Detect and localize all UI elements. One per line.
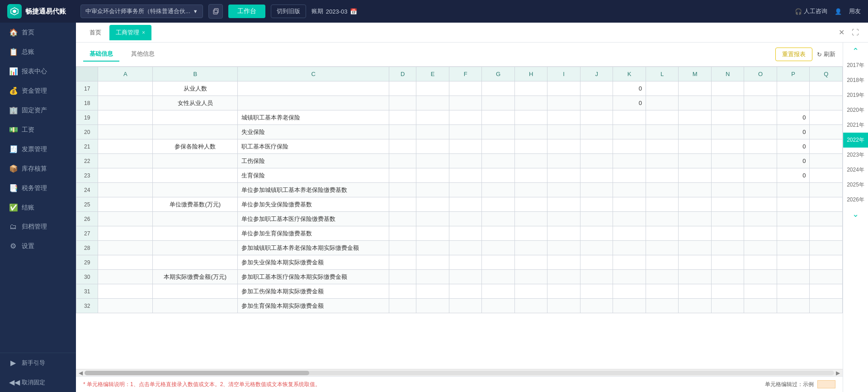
cell-31-k[interactable] bbox=[613, 284, 646, 299]
cell-21-g[interactable] bbox=[482, 139, 515, 154]
cell-32-n[interactable] bbox=[711, 299, 744, 313]
cell-17-q[interactable] bbox=[810, 81, 843, 96]
cell-17-i[interactable] bbox=[547, 81, 580, 96]
cell-22-q[interactable] bbox=[810, 154, 843, 168]
cell-18-a[interactable] bbox=[98, 96, 153, 110]
cell-28-o[interactable] bbox=[744, 241, 777, 255]
cell-18-n[interactable] bbox=[711, 96, 744, 110]
cell-18-c[interactable] bbox=[238, 96, 389, 110]
tab-close-icon[interactable]: × bbox=[142, 29, 145, 36]
cell-26-f[interactable] bbox=[449, 212, 482, 226]
cell-30-l[interactable] bbox=[646, 270, 679, 284]
cell-21-n[interactable] bbox=[711, 139, 744, 154]
cell-17-c[interactable] bbox=[238, 81, 389, 96]
cell-29-n[interactable] bbox=[711, 255, 744, 270]
cell-29-d[interactable] bbox=[389, 255, 416, 270]
cell-29-o[interactable] bbox=[744, 255, 777, 270]
cell-20-h[interactable] bbox=[514, 125, 547, 139]
cell-26-p[interactable] bbox=[777, 212, 810, 226]
cell-25-c[interactable]: 单位参加失业保险缴费基数 bbox=[238, 197, 389, 212]
cell-18-o[interactable] bbox=[744, 96, 777, 110]
cell-19-i[interactable] bbox=[547, 110, 580, 125]
tab-home[interactable]: 首页 bbox=[83, 25, 108, 40]
cell-29-b[interactable] bbox=[153, 255, 238, 270]
year-nav-up[interactable]: ⌃ bbox=[850, 44, 861, 58]
cell-26-m[interactable] bbox=[679, 212, 712, 226]
cell-31-j[interactable] bbox=[580, 284, 613, 299]
cell-29-g[interactable] bbox=[482, 255, 515, 270]
cell-30-p[interactable] bbox=[777, 270, 810, 284]
cell-23-h[interactable] bbox=[514, 168, 547, 183]
cell-28-h[interactable] bbox=[514, 241, 547, 255]
cell-25-e[interactable] bbox=[416, 197, 449, 212]
cell-24-b[interactable] bbox=[153, 183, 238, 197]
cell-19-f[interactable] bbox=[449, 110, 482, 125]
tab-business-admin[interactable]: 工商管理 × bbox=[109, 25, 151, 40]
cell-17-a[interactable] bbox=[98, 81, 153, 96]
cell-23-l[interactable] bbox=[646, 168, 679, 183]
cell-24-i[interactable] bbox=[547, 183, 580, 197]
cell-26-o[interactable] bbox=[744, 212, 777, 226]
cell-20-f[interactable] bbox=[449, 125, 482, 139]
cell-21-o[interactable] bbox=[744, 139, 777, 154]
cell-28-i[interactable] bbox=[547, 241, 580, 255]
cell-27-e[interactable] bbox=[416, 226, 449, 241]
cell-17-o[interactable] bbox=[744, 81, 777, 96]
cell-19-e[interactable] bbox=[416, 110, 449, 125]
cell-26-c[interactable]: 单位参加职工基本医疗保险缴费基数 bbox=[238, 212, 389, 226]
cell-28-m[interactable] bbox=[679, 241, 712, 255]
cell-23-b[interactable] bbox=[153, 168, 238, 183]
year-item-2018[interactable]: 2018年 bbox=[843, 73, 868, 88]
cell-24-d[interactable] bbox=[389, 183, 416, 197]
cell-23-i[interactable] bbox=[547, 168, 580, 183]
cell-27-f[interactable] bbox=[449, 226, 482, 241]
cell-21-f[interactable] bbox=[449, 139, 482, 154]
cell-17-f[interactable] bbox=[449, 81, 482, 96]
cell-21-e[interactable] bbox=[416, 139, 449, 154]
scroll-right-icon[interactable]: ▶ bbox=[834, 370, 842, 376]
cell-26-b[interactable] bbox=[153, 212, 238, 226]
cell-30-k[interactable] bbox=[613, 270, 646, 284]
cell-30-f[interactable] bbox=[449, 270, 482, 284]
cell-23-j[interactable] bbox=[580, 168, 613, 183]
cell-26-i[interactable] bbox=[547, 212, 580, 226]
cell-29-e[interactable] bbox=[416, 255, 449, 270]
sidebar-item-archive[interactable]: 🗂 归档管理 bbox=[0, 217, 76, 236]
cell-25-j[interactable] bbox=[580, 197, 613, 212]
copy-button[interactable] bbox=[208, 4, 223, 19]
cell-21-c[interactable]: 职工基本医疗保险 bbox=[238, 139, 389, 154]
cell-32-o[interactable] bbox=[744, 299, 777, 313]
cell-17-l[interactable] bbox=[646, 81, 679, 96]
cell-27-p[interactable] bbox=[777, 226, 810, 241]
cell-22-c[interactable]: 工伤保险 bbox=[238, 154, 389, 168]
cell-23-k[interactable] bbox=[613, 168, 646, 183]
cell-28-n[interactable] bbox=[711, 241, 744, 255]
cell-28-j[interactable] bbox=[580, 241, 613, 255]
cell-20-k[interactable] bbox=[613, 125, 646, 139]
cell-31-h[interactable] bbox=[514, 284, 547, 299]
cell-18-l[interactable] bbox=[646, 96, 679, 110]
cell-29-c[interactable]: 参加失业保险本期实际缴费金额 bbox=[238, 255, 389, 270]
cell-32-c[interactable]: 参加生育保险本期实际缴费金额 bbox=[238, 299, 389, 313]
cell-26-q[interactable] bbox=[810, 212, 843, 226]
cell-32-a[interactable] bbox=[98, 299, 153, 313]
cell-22-k[interactable] bbox=[613, 154, 646, 168]
cell-28-p[interactable] bbox=[777, 241, 810, 255]
calendar-icon[interactable]: 📅 bbox=[350, 8, 357, 15]
cell-28-q[interactable] bbox=[810, 241, 843, 255]
cell-24-g[interactable] bbox=[482, 183, 515, 197]
cell-20-l[interactable] bbox=[646, 125, 679, 139]
cell-30-e[interactable] bbox=[416, 270, 449, 284]
year-item-2017[interactable]: 2017年 bbox=[843, 58, 868, 73]
cell-27-d[interactable] bbox=[389, 226, 416, 241]
cell-17-j[interactable] bbox=[580, 81, 613, 96]
cell-24-n[interactable] bbox=[711, 183, 744, 197]
sidebar-item-salary[interactable]: 💵 工资 bbox=[0, 120, 76, 139]
cell-23-q[interactable] bbox=[810, 168, 843, 183]
cell-25-q[interactable] bbox=[810, 197, 843, 212]
cell-21-j[interactable] bbox=[580, 139, 613, 154]
cell-29-p[interactable] bbox=[777, 255, 810, 270]
cell-29-k[interactable] bbox=[613, 255, 646, 270]
cell-17-h[interactable] bbox=[514, 81, 547, 96]
cell-30-n[interactable] bbox=[711, 270, 744, 284]
